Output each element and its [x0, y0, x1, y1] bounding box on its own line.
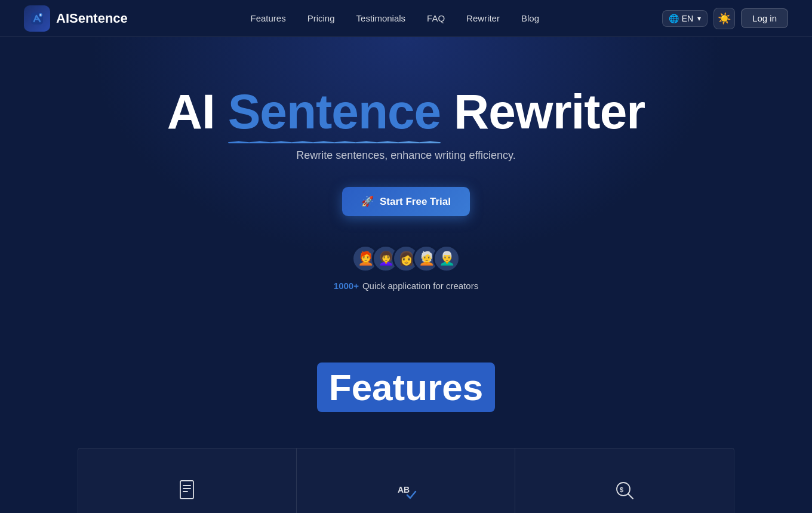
- title-part2: Sentence: [228, 85, 441, 139]
- nav-links: Features Pricing Testimonials FAQ Rewrit…: [251, 13, 539, 24]
- nav-pricing[interactable]: Pricing: [307, 13, 335, 23]
- nav-testimonials[interactable]: Testimonials: [356, 13, 406, 23]
- document-icon: [176, 478, 199, 513]
- language-selector[interactable]: 🌐 EN ▾: [662, 10, 708, 27]
- svg-rect-2: [180, 481, 193, 499]
- cta-label: Start Free Trial: [380, 196, 451, 208]
- hero-subtitle: Rewrite sentences, enhance writing effic…: [296, 149, 516, 162]
- navbar: AISentence Features Pricing Testimonials…: [0, 0, 812, 37]
- avatar-group: 🧑‍🦰 👩‍🦱 👩 🧑‍🦳 👨‍🦳: [352, 245, 460, 272]
- rocket-icon: 🚀: [361, 195, 374, 208]
- hero-section: AI Sentence Rewriter Rewrite sentences, …: [0, 37, 812, 327]
- svg-text:AB: AB: [398, 485, 410, 494]
- feature-card-summarization: Text Summarization Automatically condens…: [78, 449, 297, 513]
- title-part1: AI: [167, 84, 215, 139]
- grammar-icon: AB: [394, 478, 418, 513]
- nav-right: 🌐 EN ▾ ☀️ Log in: [662, 8, 788, 29]
- lang-label: EN: [682, 14, 693, 23]
- brand-name: AISentence: [56, 11, 128, 26]
- logo-link[interactable]: AISentence: [24, 5, 128, 32]
- feature-card-grammar: AB Grammar Correction Identifies and cor…: [297, 449, 515, 513]
- feature-card-plagiarism: $ Plagiarism Detection Scans text agains…: [515, 449, 734, 513]
- logo-icon: [24, 5, 50, 32]
- plagiarism-icon: $: [613, 478, 636, 513]
- count-number: 1000+: [334, 281, 359, 291]
- hero-title: AI Sentence Rewriter: [167, 85, 645, 139]
- features-title-highlighted: Features: [329, 367, 483, 408]
- features-heading-wrap: Features: [24, 363, 788, 412]
- chevron-down-icon: ▾: [697, 14, 701, 23]
- title-part3: Rewriter: [454, 84, 645, 139]
- count-label: Quick application for creators: [362, 281, 478, 291]
- login-button[interactable]: Log in: [741, 8, 788, 28]
- svg-line-5: [628, 494, 633, 499]
- sun-icon: ☀️: [718, 12, 731, 25]
- nav-blog[interactable]: Blog: [521, 13, 539, 23]
- user-count: 1000+ Quick application for creators: [334, 281, 478, 291]
- nav-faq[interactable]: FAQ: [427, 13, 445, 23]
- svg-text:$: $: [620, 486, 623, 493]
- theme-toggle[interactable]: ☀️: [713, 8, 735, 29]
- features-section: Features Text Summarization Automaticall…: [0, 327, 812, 513]
- start-trial-button[interactable]: 🚀 Start Free Trial: [342, 187, 470, 216]
- features-grid: Text Summarization Automatically condens…: [78, 448, 734, 513]
- features-heading: Features: [317, 363, 495, 412]
- globe-icon: 🌐: [669, 14, 679, 23]
- avatar-5: 👨‍🦳: [433, 245, 460, 272]
- nav-features[interactable]: Features: [251, 13, 286, 23]
- nav-rewriter[interactable]: Rewriter: [466, 13, 500, 23]
